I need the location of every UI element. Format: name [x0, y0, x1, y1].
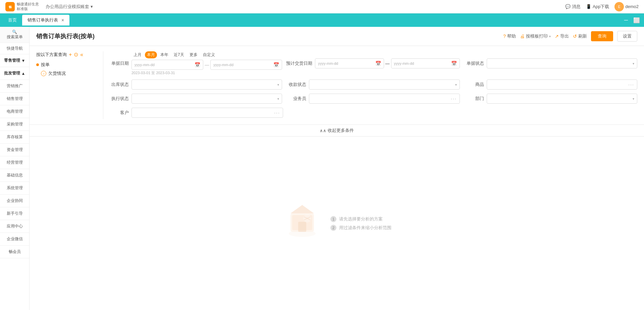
- exec-status-field: 执行状态 ▾: [109, 94, 282, 104]
- date-end-input[interactable]: yyyy-mm-dd 📅: [210, 60, 282, 70]
- exec-status-label: 执行状态: [109, 96, 129, 102]
- expected-date-start-input[interactable]: yyyy-mm-dd 📅: [315, 58, 384, 68]
- print-icon: 🖨: [520, 34, 525, 39]
- sidebar-item-inventory[interactable]: 库存核算: [0, 131, 29, 144]
- sidebar-item-marketing[interactable]: 营销推广: [0, 80, 29, 93]
- scheme-item-stock[interactable]: ○ 欠货情况: [36, 69, 98, 78]
- sidebar-item-weixin[interactable]: 企业微信: [0, 233, 29, 246]
- dept-chevron-icon: ▾: [633, 97, 634, 101]
- date-more-button[interactable]: 更多: [187, 51, 200, 58]
- tab-close-icon[interactable]: ×: [61, 17, 64, 23]
- sidebar-item-basic[interactable]: 基础信息: [0, 169, 29, 182]
- date-prev-month-button[interactable]: 上月: [131, 51, 144, 58]
- filter-row-1: 单据日期 上月 本月 本年 近7天 更多 自定义: [109, 51, 637, 75]
- product-input[interactable]: ···: [487, 80, 637, 90]
- top-bar-left: 畅 畅捷通好生意 标准版 办公用品行业模拟账套 ▾: [5, 2, 93, 11]
- sidebar-search-menu[interactable]: 🔍 搜索菜单: [0, 27, 29, 43]
- date-current-month-button[interactable]: 本月: [145, 51, 157, 58]
- export-button[interactable]: ↗ 导出: [555, 33, 569, 39]
- date-last7-button[interactable]: 近7天: [172, 51, 186, 58]
- date-separator: —: [205, 62, 209, 67]
- customer-label: 客户: [109, 110, 129, 116]
- expected-date-field: 预计交货日期 yyyy-mm-dd 📅 — yyyy-mm-dd 📅: [286, 51, 460, 75]
- tab-maximize-button[interactable]: ⬜: [632, 16, 641, 25]
- page-header-actions: ? 帮助 🖨 按模板打印 ▾ ↗ 导出 ↺ 刷新 查询 设置: [503, 31, 637, 46]
- message-button[interactable]: 💬 消息: [565, 4, 581, 10]
- page-title: 销售订单执行表(按单): [36, 32, 95, 44]
- status-label: 单据状态: [464, 60, 484, 66]
- svg-rect-6: [298, 222, 306, 232]
- sidebar-item-retail[interactable]: 零售管理 ▼: [0, 54, 29, 67]
- breadcrumb-arrow-icon[interactable]: ▾: [91, 4, 93, 9]
- settings-button[interactable]: 设置: [617, 31, 637, 42]
- filter-panel: 按以下方案查询 + ⊙ « 按单 ○ 欠货情况: [30, 46, 644, 125]
- query-button[interactable]: 查询: [591, 31, 613, 41]
- calendar-expected-start-icon: 📅: [375, 61, 381, 66]
- exec-status-select[interactable]: ▾: [131, 94, 282, 104]
- dept-label: 部门: [464, 96, 484, 102]
- status-select[interactable]: ▾: [487, 58, 637, 68]
- dept-select[interactable]: ▾: [487, 94, 637, 104]
- date-field-wrapper: 上月 本月 本年 近7天 更多 自定义 yyyy-mm-dd: [131, 51, 282, 75]
- message-icon: 💬: [565, 4, 571, 9]
- sidebar-item-system[interactable]: 系统管理: [0, 182, 29, 195]
- calendar-expected-end-icon: 📅: [451, 61, 457, 66]
- content-area: 销售订单执行表(按单) ? 帮助 🖨 按模板打印 ▾ ↗ 导出 ↺ 刷新: [30, 27, 644, 310]
- ship-status-select[interactable]: ▾: [131, 80, 282, 90]
- product-field: 商品 ···: [464, 80, 637, 90]
- filter-row-2: 出库状态 ▾ 收款状态 ▾: [109, 80, 637, 90]
- expected-date-end-input[interactable]: yyyy-mm-dd 📅: [391, 58, 460, 68]
- payment-status-label: 收款状态: [286, 82, 306, 88]
- sidebar: 🔍 搜索菜单 快捷导航 零售管理 ▼ 批发管理 ▲ 营销推广 销售管理 电商管理…: [0, 27, 30, 310]
- tip-num-1: 1: [330, 216, 336, 222]
- scheme-collapse-button[interactable]: «: [80, 52, 83, 58]
- print-button[interactable]: 🖨 按模板打印 ▾: [520, 33, 551, 39]
- tip-num-2: 2: [330, 225, 336, 231]
- help-button[interactable]: ? 帮助: [503, 33, 516, 39]
- scheme-header: 按以下方案查询 + ⊙ «: [36, 51, 98, 58]
- top-bar: 畅 畅捷通好生意 标准版 办公用品行业模拟账套 ▾ 💬 消息 📱 App下载 E…: [0, 0, 644, 13]
- customer-field: 客户 ···: [109, 108, 283, 118]
- sidebar-item-operation[interactable]: 经营管理: [0, 156, 29, 169]
- sidebar-quick-nav[interactable]: 快捷导航: [0, 43, 29, 54]
- tab-sales-order[interactable]: 销售订单执行表 ×: [22, 15, 69, 25]
- date-start-input[interactable]: yyyy-mm-dd 📅: [131, 60, 203, 70]
- customer-input[interactable]: ···: [131, 108, 283, 118]
- sidebar-item-sales[interactable]: 销售管理: [0, 93, 29, 105]
- empty-content: 1 请先选择要分析的方案 2 用过滤条件来缩小分析范围: [282, 200, 391, 247]
- logo-text: 畅捷通好生意 标准版: [17, 2, 39, 11]
- dept-field: 部门 ▾: [464, 94, 637, 104]
- tab-minimize-button[interactable]: ─: [623, 16, 629, 24]
- product-label: 商品: [464, 82, 484, 88]
- payment-status-select[interactable]: ▾: [309, 80, 460, 90]
- sidebar-item-newguide[interactable]: 新手引导: [0, 207, 29, 220]
- sidebar-item-enterprise[interactable]: 企业协同: [0, 195, 29, 207]
- date-this-year-button[interactable]: 本年: [158, 51, 170, 58]
- salesperson-input[interactable]: ···: [309, 94, 460, 104]
- filter-row-4: 客户 ···: [109, 108, 637, 118]
- sidebar-item-ecommerce[interactable]: 电商管理: [0, 105, 29, 118]
- collapse-button[interactable]: ∧∧ 收起更多条件: [320, 127, 354, 134]
- product-more-icon: ···: [628, 82, 634, 87]
- sidebar-item-wholesale[interactable]: 批发管理 ▲: [0, 67, 29, 80]
- sidebar-item-member[interactable]: 畅会员: [0, 246, 29, 258]
- app-download-button[interactable]: 📱 App下载: [586, 4, 609, 10]
- collapse-icon: ∧∧: [320, 128, 326, 133]
- scheme-edit-button[interactable]: ⊙: [74, 51, 78, 58]
- tab-home[interactable]: 首页: [3, 15, 22, 25]
- date-range-display: 2023-03-01 至 2023-03-31: [131, 70, 282, 75]
- date-custom-button[interactable]: 自定义: [201, 51, 217, 58]
- sidebar-item-purchase[interactable]: 采购管理: [0, 118, 29, 131]
- logo-area: 畅 畅捷通好生意 标准版: [5, 2, 39, 11]
- chevron-up-icon: ▲: [21, 71, 25, 76]
- scheme-add-button[interactable]: +: [69, 52, 72, 58]
- sidebar-item-appstore[interactable]: 应用中心: [0, 220, 29, 233]
- main-layout: 🔍 搜索菜单 快捷导航 零售管理 ▼ 批发管理 ▲ 营销推广 销售管理 电商管理…: [0, 27, 644, 310]
- order-status-field: 单据状态 ▾: [464, 51, 637, 75]
- refresh-button[interactable]: ↺ 刷新: [573, 33, 587, 39]
- filter-fields: 单据日期 上月 本月 本年 近7天 更多 自定义: [109, 51, 637, 119]
- scheme-item-order[interactable]: 按单: [36, 60, 98, 69]
- user-menu[interactable]: E demo2: [614, 2, 639, 11]
- sidebar-item-finance[interactable]: 资金管理: [0, 144, 29, 156]
- ship-status-chevron-icon: ▾: [277, 83, 279, 87]
